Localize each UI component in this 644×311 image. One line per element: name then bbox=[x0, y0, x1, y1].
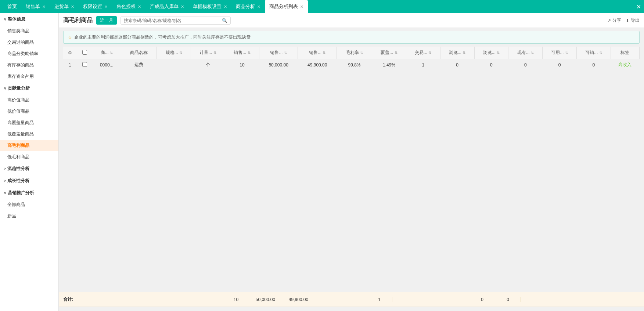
sidebar-item-高毛利商品[interactable]: 高毛利商品 bbox=[0, 140, 58, 151]
cell-views1: 0 bbox=[440, 59, 474, 71]
col-header-views2[interactable]: 浏览... ⇅ bbox=[474, 47, 508, 59]
main-layout: ∨整体信息销售类商品交易过的商品商品分类助销率有库存的商品库存资金占用∨贡献量分… bbox=[0, 13, 644, 311]
nav-tab-首页[interactable]: 首页 bbox=[3, 0, 21, 13]
nav-tab-角色授权[interactable]: 角色授权✕ bbox=[112, 0, 145, 13]
arrow-icon: > bbox=[4, 167, 6, 171]
cell-code: 0000... bbox=[92, 59, 121, 71]
share-icon: ↗ bbox=[607, 18, 611, 23]
sidebar-item-商品分类助销率[interactable]: 商品分类助销率 bbox=[0, 48, 58, 59]
sort-icon[interactable]: ⇅ bbox=[323, 51, 325, 55]
sort-icon[interactable]: ⇅ bbox=[213, 51, 216, 55]
row-checkbox[interactable] bbox=[82, 62, 87, 67]
tab-close-icon[interactable]: ✕ bbox=[181, 4, 184, 9]
nav-tab-商品分析列表[interactable]: 商品分析列表✕ bbox=[265, 0, 308, 13]
footer-cell-16: 0 bbox=[495, 297, 521, 302]
col-header-trade[interactable]: 交易... ⇅ bbox=[406, 47, 440, 59]
nav-tab-销售单[interactable]: 销售单✕ bbox=[21, 0, 50, 13]
sidebar-item-高价值商品[interactable]: 高价值商品 bbox=[0, 94, 58, 106]
tab-close-icon[interactable]: ✕ bbox=[104, 4, 108, 9]
share-button[interactable]: ↗ 分享 bbox=[607, 17, 621, 23]
arrow-icon: ∨ bbox=[4, 86, 6, 90]
sort-icon[interactable]: ⇅ bbox=[428, 51, 431, 55]
nav-tab-进货单[interactable]: 进货单✕ bbox=[50, 0, 79, 13]
nav-tab-单据模板设置[interactable]: 单据模板设置✕ bbox=[188, 0, 231, 13]
col-header-sales_cost[interactable]: 销售... ⇅ bbox=[298, 47, 337, 59]
col-header-views1[interactable]: 浏览... ⇅ bbox=[440, 47, 474, 59]
tab-close-icon[interactable]: ✕ bbox=[300, 4, 303, 9]
tab-close-icon[interactable]: ✕ bbox=[257, 4, 260, 9]
sidebar-item-低价值商品[interactable]: 低价值商品 bbox=[0, 106, 58, 117]
footer-cell-8: 49,900.00 bbox=[282, 297, 315, 302]
period-button[interactable]: 近一月 bbox=[96, 16, 117, 25]
cell-sellable: 0 bbox=[577, 59, 611, 71]
col-header-coverage[interactable]: 覆盖... ⇅ bbox=[372, 47, 406, 59]
col-header-spec[interactable]: 规格... ⇅ bbox=[157, 47, 191, 59]
col-header-sellable[interactable]: 可销... ⇅ bbox=[577, 47, 611, 59]
sidebar-item-销售类商品[interactable]: 销售类商品 bbox=[0, 25, 58, 37]
col-header-sales_amount[interactable]: 销售... ⇅ bbox=[259, 47, 298, 59]
col-header-sales_qty[interactable]: 销售... ⇅ bbox=[225, 47, 259, 59]
sort-icon[interactable]: ⇅ bbox=[179, 51, 182, 55]
col-header-name[interactable]: 商品名称 bbox=[121, 47, 157, 59]
sort-icon[interactable]: ⇅ bbox=[360, 51, 363, 55]
nav-tab-产成品入库单[interactable]: 产成品入库单✕ bbox=[145, 0, 188, 13]
sidebar-item-新品[interactable]: 新品 bbox=[0, 210, 58, 222]
sort-icon[interactable]: ⇅ bbox=[248, 51, 251, 55]
footer-cell-15: 0 bbox=[469, 297, 495, 302]
export-button[interactable]: ⬇ 导出 bbox=[626, 17, 640, 23]
sidebar-item-交易过的商品[interactable]: 交易过的商品 bbox=[0, 37, 58, 48]
sort-icon[interactable]: ⇅ bbox=[599, 51, 602, 55]
sort-icon[interactable]: ⇅ bbox=[284, 51, 287, 55]
cell-trade: 1 bbox=[406, 59, 440, 71]
scrollbar[interactable] bbox=[59, 307, 644, 311]
col-header-settings[interactable]: ⚙ bbox=[63, 47, 77, 59]
tab-close-icon[interactable]: ✕ bbox=[138, 4, 141, 9]
nav-tab-权限设置[interactable]: 权限设置✕ bbox=[79, 0, 112, 13]
sort-icon[interactable]: ⇅ bbox=[110, 51, 113, 55]
col-header-unit[interactable]: 计量... ⇅ bbox=[191, 47, 225, 59]
arrow-icon: ∨ bbox=[4, 17, 6, 21]
cell-sales_cost: 49,900.00 bbox=[298, 59, 337, 71]
page-title: 高毛利商品 bbox=[63, 17, 93, 24]
sort-icon[interactable]: ⇅ bbox=[531, 51, 534, 55]
sidebar-item-低毛利商品[interactable]: 低毛利商品 bbox=[0, 151, 58, 163]
cell-views2: 0 bbox=[474, 59, 508, 71]
search-icon[interactable]: 🔍 bbox=[222, 18, 227, 23]
footer-cell-6: 10 bbox=[223, 297, 249, 302]
footer-cell-11: 1 bbox=[367, 297, 392, 302]
col-header-tag[interactable]: 标签 bbox=[611, 47, 639, 59]
tab-close-icon[interactable]: ✕ bbox=[224, 4, 227, 9]
tab-close-icon[interactable]: ✕ bbox=[42, 4, 46, 9]
info-banner: ☆ 企业的主要的利润都是这部分商品创造的，可考虑加大推广，同时关注库存是不要出现… bbox=[63, 31, 640, 44]
sidebar-group-贡献量分析[interactable]: ∨贡献量分析 bbox=[0, 82, 58, 94]
sidebar-group-整体信息[interactable]: ∨整体信息 bbox=[0, 13, 58, 25]
nav-tab-商品分析[interactable]: 商品分析✕ bbox=[231, 0, 265, 13]
sidebar-item-全部商品[interactable]: 全部商品 bbox=[0, 199, 58, 210]
select-all-checkbox[interactable] bbox=[82, 50, 87, 55]
cell-spec bbox=[157, 59, 191, 71]
sidebar-item-库存资金占用[interactable]: 库存资金占用 bbox=[0, 71, 58, 82]
cell-sales_amount: 50,000.00 bbox=[259, 59, 298, 71]
footer-bar: 合计: 1050,000.0049,900.00100 bbox=[59, 292, 644, 307]
col-header-checkbox[interactable] bbox=[77, 47, 92, 59]
sort-icon[interactable]: ⇅ bbox=[565, 51, 568, 55]
col-header-code[interactable]: 商... ⇅ bbox=[92, 47, 121, 59]
sidebar-group-流趋性分析[interactable]: >流趋性分析 bbox=[0, 163, 58, 175]
search-input[interactable] bbox=[124, 18, 222, 23]
cell-name: 运费 bbox=[121, 59, 157, 71]
close-window-button[interactable]: ✕ bbox=[636, 3, 641, 10]
sort-icon[interactable]: ⇅ bbox=[463, 51, 465, 55]
sidebar-group-营销推广分析[interactable]: ∨营销推广分析 bbox=[0, 187, 58, 199]
info-text: 企业的主要的利润都是这部分商品创造的，可考虑加大推广，同时关注库存是不要出现缺货 bbox=[74, 34, 251, 40]
col-header-current_stock[interactable]: 现有... ⇅ bbox=[508, 47, 543, 59]
sidebar-item-高覆盖量商品[interactable]: 高覆盖量商品 bbox=[0, 117, 58, 129]
sort-icon[interactable]: ⇅ bbox=[497, 51, 500, 55]
col-header-gross_rate[interactable]: 毛利率 ⇅ bbox=[337, 47, 372, 59]
tab-close-icon[interactable]: ✕ bbox=[71, 4, 74, 9]
data-table: ⚙商... ⇅商品名称规格... ⇅计量... ⇅销售... ⇅销售... ⇅销… bbox=[63, 47, 640, 71]
sort-icon[interactable]: ⇅ bbox=[395, 51, 397, 55]
sidebar-item-有库存的商品[interactable]: 有库存的商品 bbox=[0, 59, 58, 71]
sidebar-group-成长性分析[interactable]: >成长性分析 bbox=[0, 175, 58, 187]
col-header-available[interactable]: 可用... ⇅ bbox=[543, 47, 577, 59]
sidebar-item-低覆盖量商品[interactable]: 低覆盖量商品 bbox=[0, 129, 58, 140]
